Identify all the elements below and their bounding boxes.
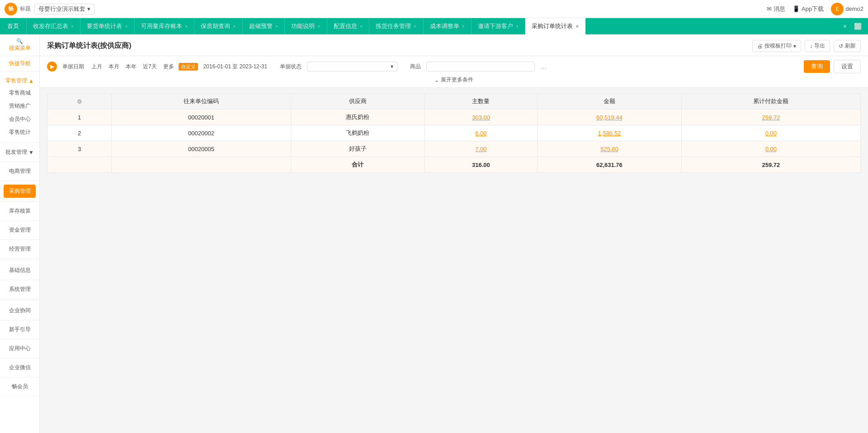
page-title: 采购订单统计表(按供应商) — [47, 41, 132, 51]
footer-label — [112, 157, 291, 173]
sidebar-item-inventory[interactable]: 库存核算 — [2, 205, 38, 217]
tab-home[interactable]: 首页 — [0, 18, 27, 34]
shortcut-this-year[interactable]: 本年 — [124, 62, 138, 71]
date-custom-button[interactable]: 自定义 — [179, 63, 198, 71]
tab-close-icon[interactable]: × — [360, 24, 363, 29]
cell-code: 00020005 — [112, 141, 291, 157]
tab-keyong[interactable]: 可用量库存账本 × — [135, 18, 194, 34]
sidebar-section-wholesale-toggle[interactable]: 批发管理 ▼ — [2, 147, 38, 158]
cell-paid: 259.72 — [681, 109, 860, 125]
sidebar-item-ecommerce[interactable]: 电商管理 — [2, 166, 38, 177]
tab-baozhi[interactable]: 保质期查询 × — [194, 18, 242, 34]
chevron-down-icon: ⌄ — [434, 77, 439, 83]
th-supplier: 供应商 — [291, 94, 425, 109]
tab-close-icon[interactable]: × — [414, 24, 416, 29]
chevron-down-icon: ▾ — [391, 63, 393, 70]
cell-code: 00020001 — [112, 109, 291, 125]
app-download-button[interactable]: 📱 App下载 — [793, 5, 824, 13]
refresh-button[interactable]: ↺ 刷新 — [834, 40, 861, 52]
sidebar-item-appcenter[interactable]: 应用中心 — [2, 343, 38, 354]
tab-chaochchu[interactable]: 超储预警 × — [243, 18, 285, 34]
tab-close-icon[interactable]: × — [275, 24, 278, 29]
footer-empty — [47, 157, 112, 173]
workspace-selector[interactable]: 母婴行业演示账套 ▾ — [34, 4, 94, 14]
sidebar-section-retail-toggle[interactable]: 零售管理 ▲ — [2, 75, 38, 86]
row-index: 3 — [47, 141, 112, 157]
sidebar-section-operation: 经营管理 — [0, 240, 39, 259]
sidebar-quick-nav[interactable]: 快捷导航 — [0, 56, 39, 71]
sidebar-item-finance[interactable]: 资金管理 — [2, 224, 38, 236]
tab-close-icon[interactable]: × — [576, 24, 578, 29]
message-button[interactable]: ✉ 消息 — [767, 5, 785, 13]
tab-jianhuo[interactable]: 拣货任务管理 × — [369, 18, 423, 34]
date-range-display: 2016-01-01 至 2023-12-31 — [203, 63, 267, 71]
tab-yaohuo[interactable]: 要货单统计表 × — [80, 18, 134, 34]
sidebar-item-operation[interactable]: 经营管理 — [2, 243, 38, 255]
footer-total-amount: 62,631.76 — [537, 157, 681, 173]
tab-close-icon[interactable]: × — [233, 24, 236, 29]
goods-more-icon[interactable]: … — [540, 63, 547, 70]
maximize-button[interactable]: ⬜ — [851, 21, 864, 32]
tab-close-icon[interactable]: × — [516, 24, 519, 29]
tab-yaoqing[interactable]: 邀请下游客户 × — [472, 18, 525, 34]
expand-more-button[interactable]: ⌄ 展开更多条件 — [434, 76, 473, 84]
chevron-down-icon: ▾ — [793, 43, 796, 49]
tab-close-icon[interactable]: × — [317, 24, 320, 29]
main-layout: 🔍 搜索菜单 快捷导航 零售管理 ▲ 零售商城 营销推广 会员中心 零售统计 批… — [0, 34, 868, 433]
tab-close-icon[interactable]: × — [125, 24, 127, 29]
sidebar-item-system[interactable]: 系统管理 — [2, 284, 38, 295]
avatar: E — [831, 3, 844, 15]
query-button[interactable]: 查询 — [804, 60, 830, 73]
shortcut-this-month[interactable]: 本月 — [107, 62, 121, 71]
query-actions: 查询 设置 — [804, 60, 861, 73]
tab-caigou-active[interactable]: 采购订单统计表 × — [525, 18, 585, 34]
tab-close-icon[interactable]: × — [71, 24, 74, 29]
export-button[interactable]: ↓ 导出 — [805, 40, 830, 52]
sidebar-item-member[interactable]: 畅会员 — [2, 381, 38, 392]
top-bar-right: ✉ 消息 📱 App下载 E demo2 — [767, 3, 863, 15]
table-row: 2 00020002 飞鹤奶粉 6.00 1,586.52 0.00 — [47, 125, 861, 141]
sidebar-section-system: 系统管理 — [0, 280, 39, 299]
tab-gongneng[interactable]: 功能说明 × — [285, 18, 327, 34]
print-button[interactable]: 🖨 按模板打印 ▾ — [752, 40, 801, 52]
sidebar-item-retail-member[interactable]: 会员中心 — [2, 113, 38, 126]
filter-toggle-button[interactable]: ▶ — [47, 62, 57, 71]
shortcut-last-month[interactable]: 上月 — [90, 62, 104, 71]
table-footer: 合计 316.00 62,631.76 259.72 — [47, 157, 861, 173]
status-select[interactable]: ▾ — [307, 62, 397, 71]
close-all-tabs-button[interactable]: × — [840, 21, 849, 32]
setting-button[interactable]: 设置 — [834, 60, 861, 73]
sidebar-item-basic[interactable]: 基础信息 — [2, 265, 38, 276]
cell-paid: 0.00 — [681, 125, 860, 141]
shortcut-more[interactable]: 更多 — [161, 62, 176, 71]
cell-quantity: 7.00 — [425, 141, 537, 157]
sidebar-item-wechat[interactable]: 企业微信 — [2, 362, 38, 373]
tab-close-icon[interactable]: × — [462, 24, 465, 29]
logo-area: 畅 标题 — [5, 3, 31, 15]
user-menu[interactable]: E demo2 — [831, 3, 863, 15]
settings-icon[interactable]: ⚙ — [77, 98, 82, 105]
tab-peizhi[interactable]: 配置信息 × — [327, 18, 369, 34]
sidebar-item-newbie[interactable]: 新手引导 — [2, 324, 38, 335]
sidebar-search[interactable]: 🔍 搜索菜单 — [0, 34, 39, 56]
footer-total-quantity: 316.00 — [425, 157, 537, 173]
sidebar-item-retail-stat[interactable]: 零售统计 — [2, 126, 38, 139]
tab-chengben[interactable]: 成本调整单 × — [424, 18, 472, 34]
sidebar-item-collab[interactable]: 企业协同 — [2, 305, 38, 316]
footer-total-paid: 259.72 — [681, 157, 860, 173]
sidebar-item-retail-promo[interactable]: 营销推广 — [2, 100, 38, 113]
shortcut-7days[interactable]: 近7天 — [141, 62, 159, 71]
sidebar-section-purchase: 采购管理 — [0, 181, 39, 202]
cell-paid: 0.00 — [681, 141, 860, 157]
top-bar: 畅 标题 母婴行业演示账套 ▾ ✉ 消息 📱 App下载 E demo2 — [0, 0, 868, 18]
tab-shoufa[interactable]: 收发存汇总表 × — [27, 18, 80, 34]
table-footer-row: 合计 316.00 62,631.76 259.72 — [47, 157, 861, 173]
nav-tabs: 首页 收发存汇总表 × 要货单统计表 × 可用量库存账本 × 保质期查询 × 超… — [0, 18, 868, 34]
tab-close-icon[interactable]: × — [185, 24, 188, 29]
sidebar-item-purchase[interactable]: 采购管理 — [4, 185, 36, 198]
sidebar-item-retail-store[interactable]: 零售商城 — [2, 86, 38, 100]
cell-amount: 60,519.44 — [537, 109, 681, 125]
content-area: 采购订单统计表(按供应商) 🖨 按模板打印 ▾ ↓ 导出 ↺ 刷新 — [40, 34, 868, 433]
goods-input[interactable] — [426, 62, 535, 71]
top-bar-left: 畅 标题 母婴行业演示账套 ▾ — [5, 3, 94, 15]
